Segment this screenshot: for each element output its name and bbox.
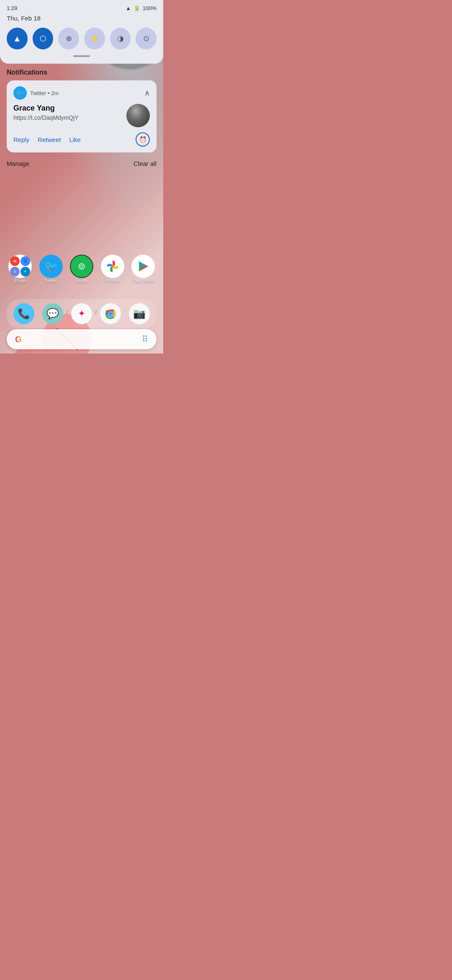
gmail-mini: M bbox=[10, 256, 20, 266]
notification-message: https://t.co/DaqMdymQjY bbox=[13, 114, 122, 121]
drag-handle[interactable] bbox=[73, 55, 90, 57]
discord-mini: D bbox=[10, 267, 20, 276]
hotspot-icon: ⊙ bbox=[143, 34, 149, 43]
app-item-twitter[interactable]: 🐦 Twitter bbox=[38, 255, 64, 283]
notification-sender: Grace Yang bbox=[13, 104, 122, 113]
app-item-spotify[interactable]: ⊜ Spotify bbox=[68, 255, 95, 283]
status-bar: 1:29 ▲ 🔋 100% bbox=[7, 5, 157, 11]
dock-chrome[interactable] bbox=[100, 303, 121, 324]
wifi-toggle-icon: ▲ bbox=[13, 34, 21, 44]
notification-time: 2m bbox=[51, 90, 59, 96]
toggle-hotspot[interactable]: ⊙ bbox=[136, 28, 157, 49]
snooze-icon: ⏰ bbox=[139, 136, 146, 143]
reply-button[interactable]: Reply bbox=[13, 136, 29, 143]
flashlight-icon: ⚡ bbox=[90, 34, 99, 43]
snooze-button[interactable]: ⏰ bbox=[136, 132, 150, 147]
battery-saver-icon: ⊕ bbox=[66, 34, 72, 43]
notification-avatar bbox=[126, 104, 150, 127]
chevron-up-icon: ∧ bbox=[144, 89, 150, 97]
notification-dot: • bbox=[48, 90, 51, 96]
quick-settings-panel: 1:29 ▲ 🔋 100% Thu, Feb 18 ▲ ⬡ ⊕ ⚡ ◑ ⊙ bbox=[0, 0, 163, 64]
google-logo: G bbox=[15, 335, 22, 344]
notification-actions: Reply Retweet Like ⏰ bbox=[13, 132, 150, 147]
clear-all-button[interactable]: Clear all bbox=[134, 160, 157, 167]
notifications-title: Notifications bbox=[7, 69, 157, 76]
toggle-wifi[interactable]: ▲ bbox=[7, 28, 28, 49]
twitter-icon: 🐦 bbox=[44, 260, 58, 273]
chrome-icon bbox=[105, 308, 116, 320]
battery-icon: 🔋 bbox=[134, 5, 140, 11]
status-time: 1:29 bbox=[7, 5, 17, 11]
toggle-bluetooth[interactable]: ⬡ bbox=[33, 28, 54, 49]
google-assistant-icon: ⠿ bbox=[142, 334, 148, 344]
bottom-dock: 📞 💬 ✦ 📷 bbox=[7, 299, 157, 328]
bluetooth-icon: ⬡ bbox=[40, 34, 46, 43]
slack-icon: ✦ bbox=[78, 308, 85, 319]
toggle-flashlight[interactable]: ⚡ bbox=[84, 28, 105, 49]
email-icon[interactable]: M 👤 D ✈ bbox=[8, 255, 32, 278]
dock-camera[interactable]: 📷 bbox=[129, 303, 150, 324]
status-right: ▲ 🔋 100% bbox=[126, 5, 157, 11]
twitter-app-logo: 🐦 bbox=[13, 86, 27, 100]
dock-slack[interactable]: ✦ bbox=[71, 303, 92, 324]
app-row-1: M 👤 D ✈ Email 🐦 Twitter bbox=[7, 255, 157, 283]
app-label-spotify: Spotify bbox=[74, 278, 89, 283]
twitter-bird-icon: 🐦 bbox=[16, 89, 24, 97]
date-label: Thu, Feb 18 bbox=[7, 15, 157, 22]
battery-percentage: 100% bbox=[143, 5, 157, 11]
manage-row: Manage Clear all bbox=[0, 156, 163, 171]
theme-icon: ◑ bbox=[117, 34, 124, 43]
google-search-bar[interactable]: G ⠿ bbox=[7, 329, 157, 349]
wifi-icon: ▲ bbox=[126, 5, 131, 11]
avatar-image bbox=[126, 104, 150, 127]
app-item-playstore[interactable]: Play Store bbox=[130, 255, 157, 283]
quick-toggles-row: ▲ ⬡ ⊕ ⚡ ◑ ⊙ bbox=[7, 28, 157, 49]
notification-body: Grace Yang https://t.co/DaqMdymQjY bbox=[13, 104, 150, 127]
notification-text: Grace Yang https://t.co/DaqMdymQjY bbox=[13, 104, 122, 121]
notification-collapse-button[interactable]: ∧ bbox=[144, 88, 150, 98]
app-item-photos[interactable]: Photos bbox=[99, 255, 126, 283]
twitter-notification-card[interactable]: 🐦 Twitter • 2m ∧ Grace Yang https://t.co… bbox=[7, 80, 157, 152]
search-input[interactable] bbox=[27, 335, 137, 343]
twitter-app-icon[interactable]: 🐦 bbox=[39, 255, 63, 278]
photos-pinwheel bbox=[105, 259, 120, 274]
toggle-battery-saver[interactable]: ⊕ bbox=[58, 28, 79, 49]
spotify-icon: ⊜ bbox=[78, 261, 85, 272]
notification-header: 🐦 Twitter • 2m ∧ bbox=[13, 86, 150, 100]
like-button[interactable]: Like bbox=[69, 136, 81, 143]
photos-app-icon[interactable] bbox=[101, 255, 124, 278]
dock-messages[interactable]: 💬 bbox=[42, 303, 63, 324]
app-label-email: Email bbox=[14, 278, 26, 283]
retweet-button[interactable]: Retweet bbox=[38, 136, 61, 143]
telegram-mini: ✈ bbox=[21, 267, 30, 276]
app-item-email[interactable]: M 👤 D ✈ Email bbox=[7, 255, 33, 283]
manage-button[interactable]: Manage bbox=[7, 160, 29, 167]
app-grid: M 👤 D ✈ Email 🐦 Twitter bbox=[0, 255, 163, 286]
app-name-label: Twitter bbox=[30, 90, 46, 96]
app-label-playstore: Play Store bbox=[133, 278, 154, 283]
playstore-app-icon[interactable] bbox=[131, 255, 155, 278]
app-label-twitter: Twitter bbox=[44, 278, 57, 283]
phone-icon: 📞 bbox=[18, 308, 30, 320]
dock-phone[interactable]: 📞 bbox=[13, 303, 34, 324]
contacts-mini: 👤 bbox=[21, 256, 30, 266]
spotify-app-icon[interactable]: ⊜ bbox=[70, 255, 93, 278]
messages-icon: 💬 bbox=[46, 308, 59, 320]
notification-app-name: Twitter • 2m bbox=[30, 90, 144, 96]
toggle-theme[interactable]: ◑ bbox=[110, 28, 131, 49]
app-label-photos: Photos bbox=[105, 278, 119, 283]
svg-point-3 bbox=[109, 312, 112, 315]
camera-icon: 📷 bbox=[133, 308, 146, 320]
notifications-section: Notifications 🐦 Twitter • 2m ∧ Grace Yan… bbox=[0, 64, 163, 156]
playstore-triangle bbox=[137, 260, 149, 273]
